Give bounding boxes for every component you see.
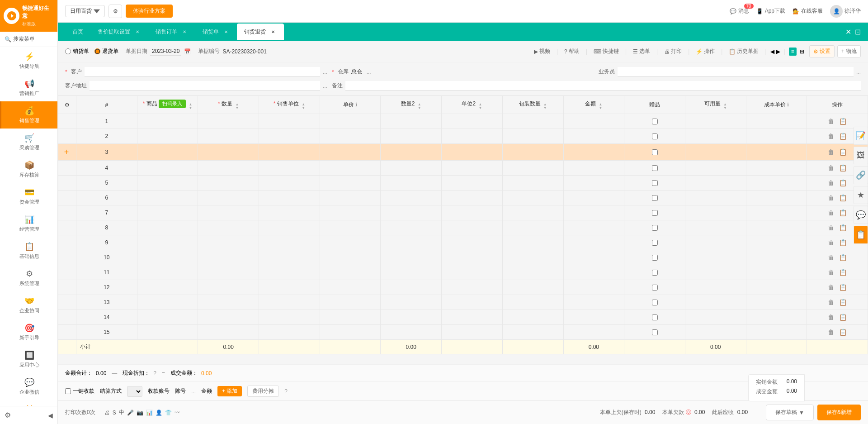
row-unit[interactable] (259, 205, 320, 220)
side-star-btn[interactable]: ★ (854, 186, 868, 204)
row-qty2[interactable] (381, 325, 442, 340)
warehouse-expand-btn[interactable]: ... (367, 69, 371, 75)
row-qty[interactable] (198, 161, 259, 176)
row-price[interactable] (320, 144, 381, 161)
row-unit[interactable] (259, 295, 320, 310)
row-gift[interactable] (624, 191, 685, 205)
row-product[interactable] (137, 280, 198, 295)
qty2-sort[interactable]: ▲▼ (418, 103, 421, 110)
sidebar-item-quick-nav[interactable]: ⚡快捷导航 (0, 47, 57, 74)
product-sort[interactable]: ▲▼ (189, 103, 192, 110)
row-amount[interactable] (563, 235, 624, 250)
row-qty2[interactable] (381, 161, 442, 176)
copy-row-btn[interactable]: 📋 (837, 328, 849, 337)
row-price[interactable] (320, 129, 381, 144)
sidebar-item-guide[interactable]: 🎯新手引导 (0, 319, 57, 346)
delete-row-btn[interactable]: 🗑 (826, 283, 836, 292)
side-link-btn[interactable]: 🔗 (854, 166, 868, 184)
row-unit2[interactable] (442, 161, 503, 176)
row-available[interactable] (685, 161, 746, 176)
wave-icon[interactable]: 〰 (175, 410, 180, 416)
row-amount[interactable] (563, 176, 624, 191)
row-pack-qty[interactable] (502, 114, 563, 129)
row-price[interactable] (320, 114, 381, 129)
sidebar-item-inventory[interactable]: 📦库存核算 (0, 156, 57, 183)
row-product[interactable] (137, 161, 198, 176)
qty-sort[interactable]: ▲▼ (235, 103, 239, 110)
date-value[interactable]: 2023-03-20 (150, 47, 181, 56)
row-pack-qty[interactable] (502, 191, 563, 205)
side-image-btn[interactable]: 🖼 (854, 147, 868, 164)
row-price[interactable] (320, 250, 381, 265)
sidebar-item-system[interactable]: ⚙系统管理 (0, 264, 57, 291)
row-product[interactable] (137, 220, 198, 235)
side-notes-btn[interactable]: 📝 (854, 127, 868, 145)
row-unit[interactable] (259, 325, 320, 340)
row-pack-qty[interactable] (502, 295, 563, 310)
row-unit2[interactable] (442, 114, 503, 129)
delete-row-btn[interactable]: 🗑 (826, 298, 836, 307)
row-gift[interactable] (624, 220, 685, 235)
row-gift[interactable] (624, 250, 685, 265)
cost-info-icon[interactable]: ℹ (787, 102, 789, 107)
row-amount[interactable] (563, 129, 624, 144)
pack-sort[interactable]: ▲▼ (543, 103, 547, 110)
operation-btn[interactable]: ⚡ 操作 (693, 46, 717, 57)
radio-delivery[interactable]: 销货单 (65, 48, 89, 55)
row-gift[interactable] (624, 295, 685, 310)
row-unit[interactable] (259, 235, 320, 250)
row-amount[interactable] (563, 250, 624, 265)
copy-row-btn[interactable]: 📋 (837, 223, 849, 232)
salesperson-expand-btn[interactable]: ... (856, 69, 861, 75)
row-cost-price[interactable] (746, 176, 807, 191)
row-qty[interactable] (198, 144, 259, 161)
row-unit2[interactable] (442, 220, 503, 235)
row-cost-price[interactable] (746, 191, 807, 205)
row-unit[interactable] (259, 220, 320, 235)
row-available[interactable] (685, 235, 746, 250)
row-product[interactable] (137, 295, 198, 310)
copy-row-btn[interactable]: 📋 (837, 132, 849, 141)
row-unit2[interactable] (442, 176, 503, 191)
row-gift[interactable] (624, 205, 685, 220)
topbar-settings-btn[interactable]: ⚙ (108, 5, 122, 18)
row-qty2[interactable] (381, 295, 442, 310)
row-unit2[interactable] (442, 191, 503, 205)
row-pack-qty[interactable] (502, 280, 563, 295)
tab-close-sale-return[interactable]: ✕ (269, 28, 277, 35)
row-unit[interactable] (259, 144, 320, 161)
row-gift[interactable] (624, 235, 685, 250)
row-product[interactable] (137, 114, 198, 129)
row-price[interactable] (320, 280, 381, 295)
print-tool-icon[interactable]: 🖨 (104, 410, 110, 416)
row-amount[interactable] (563, 325, 624, 340)
address-input[interactable] (90, 81, 320, 91)
row-unit2[interactable] (442, 280, 503, 295)
row-qty2[interactable] (381, 265, 442, 280)
row-available[interactable] (685, 325, 746, 340)
sidebar-item-member[interactable]: 👑畅会员 (0, 400, 57, 406)
th-gear[interactable]: ⚙ (58, 96, 76, 114)
row-qty[interactable] (198, 310, 259, 325)
row-available[interactable] (685, 280, 746, 295)
row-amount[interactable] (563, 295, 624, 310)
shortcut-btn[interactable]: ⌨ 快捷键 (591, 46, 622, 57)
row-product[interactable] (137, 325, 198, 340)
tab-close-sale-price[interactable]: ✕ (134, 28, 141, 35)
row-qty2[interactable] (381, 235, 442, 250)
save-new-btn[interactable]: 保存&新增 (817, 405, 861, 420)
row-product[interactable] (137, 176, 198, 191)
row-cost-price[interactable] (746, 114, 807, 129)
row-unit[interactable] (259, 176, 320, 191)
row-available[interactable] (685, 114, 746, 129)
unit-sort[interactable]: ▲▼ (302, 103, 305, 110)
row-qty2[interactable] (381, 144, 442, 161)
copy-row-btn[interactable]: 📋 (837, 208, 849, 217)
copy-row-btn[interactable]: 📋 (837, 163, 849, 172)
row-cost-price[interactable] (746, 205, 807, 220)
row-available[interactable] (685, 205, 746, 220)
save-draft-btn[interactable]: 保存草稿 ▼ (766, 405, 814, 420)
row-gift[interactable] (624, 161, 685, 176)
row-qty2[interactable] (381, 280, 442, 295)
user-menu[interactable]: 👤 徐泽华 (830, 5, 861, 18)
